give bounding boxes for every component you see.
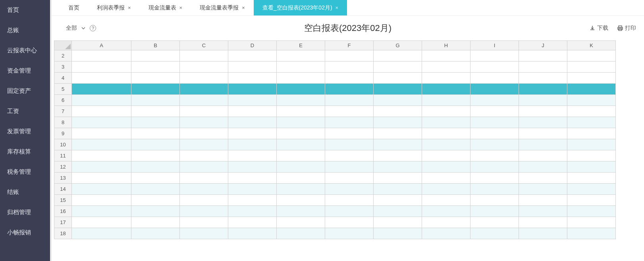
- cell-D9[interactable]: [228, 128, 277, 139]
- download-button[interactable]: 下载: [589, 25, 608, 32]
- cell-A11[interactable]: [72, 150, 131, 161]
- cell-F10[interactable]: [325, 139, 374, 150]
- row-header-14[interactable]: 14: [54, 184, 72, 195]
- cell-C4[interactable]: [180, 73, 228, 84]
- cell-D5[interactable]: [228, 84, 277, 95]
- cell-I14[interactable]: [470, 184, 519, 195]
- cell-I6[interactable]: [470, 95, 519, 106]
- cell-K14[interactable]: [567, 184, 616, 195]
- cell-K6[interactable]: [567, 95, 616, 106]
- cell-J8[interactable]: [519, 117, 567, 128]
- cell-D10[interactable]: [228, 139, 277, 150]
- cell-G2[interactable]: [374, 50, 422, 61]
- cell-B2[interactable]: [131, 50, 180, 61]
- cell-A14[interactable]: [72, 184, 131, 195]
- row-header-6[interactable]: 6: [54, 95, 72, 106]
- cell-J4[interactable]: [519, 73, 567, 84]
- cell-E5[interactable]: [277, 84, 325, 95]
- cell-J11[interactable]: [519, 150, 567, 161]
- cell-E4[interactable]: [277, 73, 325, 84]
- cell-C5[interactable]: [180, 84, 228, 95]
- cell-C18[interactable]: [180, 228, 228, 239]
- row-header-7[interactable]: 7: [54, 106, 72, 117]
- cell-K12[interactable]: [567, 161, 616, 173]
- cell-D12[interactable]: [228, 161, 277, 173]
- cell-E6[interactable]: [277, 95, 325, 106]
- cell-C3[interactable]: [180, 61, 228, 73]
- row-header-18[interactable]: 18: [54, 228, 72, 239]
- cell-G9[interactable]: [374, 128, 422, 139]
- print-button[interactable]: 打印: [617, 25, 636, 32]
- cell-K8[interactable]: [567, 117, 616, 128]
- cell-B16[interactable]: [131, 206, 180, 217]
- cell-D14[interactable]: [228, 184, 277, 195]
- cell-A13[interactable]: [72, 173, 131, 184]
- cell-F9[interactable]: [325, 128, 374, 139]
- tab-1[interactable]: 利润表季报×: [88, 0, 140, 15]
- cell-A16[interactable]: [72, 206, 131, 217]
- cell-G13[interactable]: [374, 173, 422, 184]
- cell-B4[interactable]: [131, 73, 180, 84]
- column-header-B[interactable]: B: [131, 41, 180, 50]
- cell-A15[interactable]: [72, 195, 131, 206]
- row-header-16[interactable]: 16: [54, 206, 72, 217]
- cell-D17[interactable]: [228, 217, 277, 228]
- cell-G17[interactable]: [374, 217, 422, 228]
- cell-E8[interactable]: [277, 117, 325, 128]
- cell-K13[interactable]: [567, 173, 616, 184]
- cell-I13[interactable]: [470, 173, 519, 184]
- cell-H5[interactable]: [422, 84, 470, 95]
- filter-dropdown[interactable]: 全部 ?: [66, 25, 96, 32]
- cell-J14[interactable]: [519, 184, 567, 195]
- row-header-9[interactable]: 9: [54, 128, 72, 139]
- cell-A8[interactable]: [72, 117, 131, 128]
- cell-D4[interactable]: [228, 73, 277, 84]
- cell-J17[interactable]: [519, 217, 567, 228]
- cell-F15[interactable]: [325, 195, 374, 206]
- cell-H12[interactable]: [422, 161, 470, 173]
- column-header-A[interactable]: A: [72, 41, 131, 50]
- cell-F12[interactable]: [325, 161, 374, 173]
- cell-C14[interactable]: [180, 184, 228, 195]
- cell-D16[interactable]: [228, 206, 277, 217]
- cell-K3[interactable]: [567, 61, 616, 73]
- cell-H17[interactable]: [422, 217, 470, 228]
- cell-A5[interactable]: [72, 84, 131, 95]
- row-header-17[interactable]: 17: [54, 217, 72, 228]
- cell-J6[interactable]: [519, 95, 567, 106]
- cell-F16[interactable]: [325, 206, 374, 217]
- cell-B9[interactable]: [131, 128, 180, 139]
- cell-A12[interactable]: [72, 161, 131, 173]
- cell-K5[interactable]: [567, 84, 616, 95]
- cell-G5[interactable]: [374, 84, 422, 95]
- cell-K15[interactable]: [567, 195, 616, 206]
- cell-H13[interactable]: [422, 173, 470, 184]
- cell-D6[interactable]: [228, 95, 277, 106]
- cell-H4[interactable]: [422, 73, 470, 84]
- cell-K9[interactable]: [567, 128, 616, 139]
- cell-D11[interactable]: [228, 150, 277, 161]
- cell-E12[interactable]: [277, 161, 325, 173]
- cell-G4[interactable]: [374, 73, 422, 84]
- cell-G12[interactable]: [374, 161, 422, 173]
- cell-J2[interactable]: [519, 50, 567, 61]
- sidebar-item-7[interactable]: 库存核算: [0, 142, 50, 162]
- cell-B13[interactable]: [131, 173, 180, 184]
- cell-I4[interactable]: [470, 73, 519, 84]
- close-icon[interactable]: ×: [335, 5, 339, 11]
- cell-J9[interactable]: [519, 128, 567, 139]
- cell-I8[interactable]: [470, 117, 519, 128]
- cell-D8[interactable]: [228, 117, 277, 128]
- cell-B7[interactable]: [131, 106, 180, 117]
- cell-I3[interactable]: [470, 61, 519, 73]
- cell-H14[interactable]: [422, 184, 470, 195]
- sidebar-item-9[interactable]: 结账: [0, 182, 50, 202]
- column-header-G[interactable]: G: [374, 41, 422, 50]
- cell-I18[interactable]: [470, 228, 519, 239]
- cell-F2[interactable]: [325, 50, 374, 61]
- cell-B18[interactable]: [131, 228, 180, 239]
- row-header-10[interactable]: 10: [54, 139, 72, 150]
- cell-F13[interactable]: [325, 173, 374, 184]
- cell-I2[interactable]: [470, 50, 519, 61]
- cell-H11[interactable]: [422, 150, 470, 161]
